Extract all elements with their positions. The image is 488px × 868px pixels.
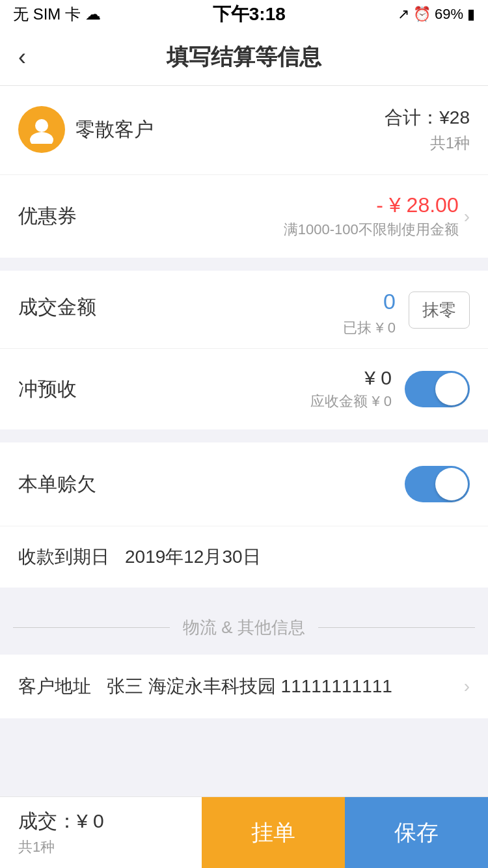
- address-value: 张三 海淀永丰科技园 11111111111: [107, 674, 464, 699]
- address-card: 客户地址 张三 海淀永丰科技园 11111111111 ›: [0, 655, 488, 718]
- address-row[interactable]: 客户地址 张三 海淀永丰科技园 11111111111 ›: [0, 655, 488, 718]
- customer-avatar: [18, 106, 65, 153]
- credit-toggle-knob: [435, 468, 468, 500]
- customer-right: 合计：¥28 共1种: [385, 105, 470, 154]
- customer-total: 合计：¥28: [385, 105, 470, 130]
- customer-left: 零散客户: [18, 106, 154, 153]
- sim-label: 无 SIM 卡 ☁: [13, 4, 101, 25]
- deal-amount-right: 0 已抹 ¥ 0 抹零: [343, 289, 470, 338]
- status-bar: 无 SIM 卡 ☁ 下午3:18 ↗ ⏰ 69% ▮: [0, 0, 488, 29]
- location-icon: ↗: [398, 6, 409, 23]
- prereceive-amount-box: ¥ 0 应收金额 ¥ 0: [310, 367, 392, 411]
- coupon-desc: 满1000-100不限制使用金额: [284, 220, 459, 239]
- coupon-label: 优惠券: [18, 203, 77, 230]
- alarm-icon: ⏰: [413, 6, 431, 23]
- svg-point-0: [35, 119, 48, 132]
- wipe-zero-button[interactable]: 抹零: [409, 292, 470, 329]
- coupon-right: - ¥ 28.00 满1000-100不限制使用金额 ›: [284, 193, 470, 239]
- content-area: 零散客户 合计：¥28 共1种 优惠券 - ¥ 28.00 满1000-100不…: [0, 86, 488, 809]
- back-button[interactable]: ‹: [18, 44, 26, 71]
- bottom-info: 成交：¥ 0 共1种: [0, 808, 202, 857]
- address-chevron-icon: ›: [464, 676, 470, 697]
- logistics-label: 物流 & 其他信息: [183, 616, 305, 639]
- credit-label: 本单赊欠: [18, 471, 96, 498]
- battery-icon: ▮: [467, 6, 475, 23]
- page-title: 填写结算等信息: [167, 42, 321, 72]
- logistics-section: 物流 & 其他信息: [0, 601, 488, 655]
- status-left: 无 SIM 卡 ☁: [13, 4, 101, 25]
- chevron-right-icon: ›: [464, 206, 470, 227]
- prereceive-right: ¥ 0 应收金额 ¥ 0: [310, 367, 470, 411]
- customer-card: 零散客户 合计：¥28 共1种 优惠券 - ¥ 28.00 满1000-100不…: [0, 86, 488, 258]
- customer-count: 共1种: [385, 133, 470, 154]
- prereceive-label: 冲预收: [18, 376, 77, 403]
- deal-amount-label: 成交金额: [18, 289, 96, 321]
- duedate-value: 2019年12月30日: [125, 545, 261, 569]
- toggle-knob: [435, 373, 468, 405]
- logistics-divider-right: [318, 627, 475, 628]
- coupon-amount: - ¥ 28.00: [284, 193, 459, 217]
- prereceive-toggle[interactable]: [405, 371, 470, 407]
- save-label: 保存: [394, 818, 439, 848]
- bottom-deal-label: 成交：: [18, 810, 77, 832]
- credit-card: 本单赊欠 收款到期日 2019年12月30日: [0, 442, 488, 588]
- hold-order-label: 挂单: [251, 818, 295, 848]
- prereceive-receivable: 应收金额 ¥ 0: [310, 392, 392, 411]
- customer-name: 零散客户: [75, 116, 154, 143]
- save-button[interactable]: 保存: [345, 797, 488, 869]
- deal-amount-card: 成交金额 0 已抹 ¥ 0 抹零 冲预收 ¥ 0 应收金额 ¥ 0: [0, 271, 488, 429]
- deal-amount-box: 0 已抹 ¥ 0: [343, 289, 396, 338]
- logistics-divider-left: [13, 627, 170, 628]
- bottom-deal-row: 成交：¥ 0: [18, 808, 183, 835]
- status-right: ↗ ⏰ 69% ▮: [398, 6, 475, 23]
- duedate-row: 收款到期日 2019年12月30日: [0, 526, 488, 588]
- svg-point-1: [30, 132, 53, 144]
- duedate-label: 收款到期日: [18, 545, 109, 569]
- deal-wiped-label: 已抹 ¥ 0: [343, 318, 396, 338]
- bottom-bar: 成交：¥ 0 共1种 挂单 保存: [0, 796, 488, 868]
- deal-amount-value[interactable]: 0: [343, 289, 396, 314]
- hold-order-button[interactable]: 挂单: [202, 797, 345, 869]
- status-time: 下午3:18: [213, 2, 286, 27]
- address-label: 客户地址: [18, 674, 91, 699]
- bottom-deal-amount: ¥ 0: [77, 810, 104, 832]
- coupon-row[interactable]: 优惠券 - ¥ 28.00 满1000-100不限制使用金额 ›: [0, 174, 488, 258]
- nav-bar: ‹ 填写结算等信息: [0, 29, 488, 86]
- prereceive-row: 冲预收 ¥ 0 应收金额 ¥ 0: [0, 349, 488, 429]
- credit-row: 本单赊欠: [0, 442, 488, 526]
- bottom-count: 共1种: [18, 837, 183, 857]
- prereceive-amount: ¥ 0: [310, 367, 392, 389]
- customer-row[interactable]: 零散客户 合计：¥28 共1种: [0, 86, 488, 173]
- credit-toggle[interactable]: [405, 466, 470, 502]
- battery-label: 69%: [435, 6, 463, 23]
- deal-amount-row: 成交金额 0 已抹 ¥ 0 抹零: [0, 271, 488, 349]
